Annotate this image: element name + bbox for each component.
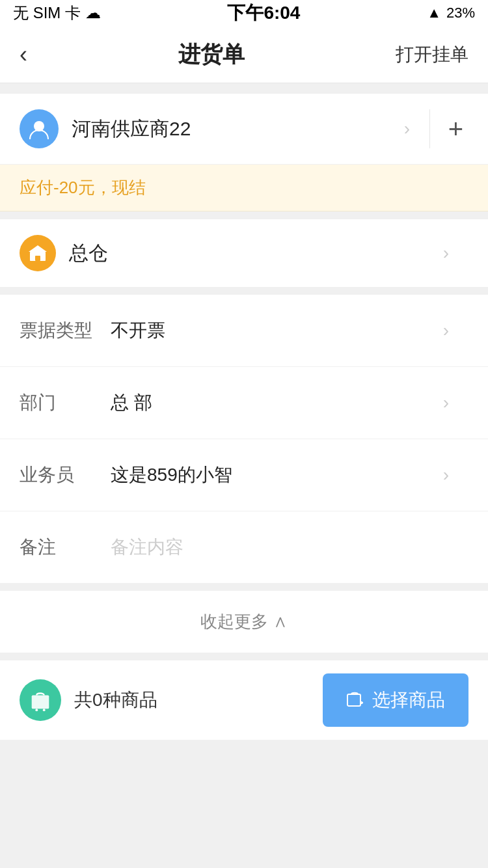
status-time: 下午6:04 xyxy=(227,1,300,25)
department-value: 总 部 xyxy=(111,390,443,415)
battery-icon: ▲ xyxy=(427,5,441,21)
supplier-avatar xyxy=(20,109,59,148)
status-bar: 无 SIM 卡 ☁ 下午6:04 ▲ 23% xyxy=(0,0,488,26)
warehouse-row[interactable]: 总仓 › xyxy=(0,219,488,287)
warehouse-icon-bg xyxy=(20,235,56,271)
svg-rect-7 xyxy=(347,694,360,706)
status-right: ▲ 23% xyxy=(427,5,475,21)
open-pending-button[interactable]: 打开挂单 xyxy=(396,42,468,67)
select-product-icon xyxy=(346,691,364,709)
notice-bar: 应付-20元，现结 xyxy=(0,165,488,211)
svg-rect-4 xyxy=(32,695,49,709)
top-divider xyxy=(0,83,488,94)
supplier-row[interactable]: 河南供应商22 › + xyxy=(0,94,488,165)
invoice-chevron-icon: › xyxy=(443,320,449,341)
department-row[interactable]: 部门 总 部 › xyxy=(0,367,488,439)
nav-bar: ‹ 进货单 打开挂单 xyxy=(0,26,488,83)
separator-1 xyxy=(0,211,488,219)
department-label: 部门 xyxy=(20,390,111,415)
salesperson-label: 业务员 xyxy=(20,463,111,487)
notice-text: 应付-20元，现结 xyxy=(20,178,146,197)
product-count: 共0种商品 xyxy=(74,688,310,712)
warehouse-icon xyxy=(27,243,48,264)
supplier-chevron-icon: › xyxy=(404,118,410,139)
svg-point-5 xyxy=(35,709,38,711)
status-left: 无 SIM 卡 ☁ xyxy=(13,3,101,23)
svg-rect-3 xyxy=(35,256,40,261)
warehouse-name: 总仓 xyxy=(69,240,443,267)
back-button[interactable]: ‹ xyxy=(20,41,27,68)
select-product-label: 选择商品 xyxy=(372,688,445,712)
department-chevron-icon: › xyxy=(443,392,449,413)
svg-point-6 xyxy=(43,709,46,711)
invoice-label: 票据类型 xyxy=(20,318,111,343)
select-product-button[interactable]: 选择商品 xyxy=(323,673,468,727)
page-background xyxy=(0,740,488,868)
user-icon xyxy=(27,117,51,141)
warehouse-chevron-icon: › xyxy=(443,243,449,264)
collapse-bar[interactable]: 收起更多 ∧ xyxy=(0,591,488,653)
cart-icon xyxy=(28,688,53,712)
remark-row[interactable]: 备注 备注内容 xyxy=(0,511,488,583)
add-supplier-button[interactable]: + xyxy=(429,109,468,148)
page-title: 进货单 xyxy=(178,40,245,70)
bottom-bar: 共0种商品 选择商品 xyxy=(0,660,488,740)
salesperson-value: 这是859的小智 xyxy=(111,463,443,487)
battery-percent: 23% xyxy=(446,5,475,21)
remark-input[interactable]: 备注内容 xyxy=(111,535,468,560)
invoice-row[interactable]: 票据类型 不开票 › xyxy=(0,295,488,367)
form-section: 票据类型 不开票 › 部门 总 部 › 业务员 这是859的小智 › 备注 备注… xyxy=(0,295,488,583)
salesperson-chevron-icon: › xyxy=(443,465,449,485)
remark-label: 备注 xyxy=(20,535,111,560)
collapse-label: 收起更多 ∧ xyxy=(200,610,287,633)
signal-text: 无 SIM 卡 ☁ xyxy=(13,3,101,23)
supplier-name: 河南供应商22 xyxy=(72,116,404,142)
product-icon-bg xyxy=(20,679,61,721)
salesperson-row[interactable]: 业务员 这是859的小智 › xyxy=(0,439,488,511)
invoice-value: 不开票 xyxy=(111,318,443,343)
svg-marker-2 xyxy=(29,245,47,252)
